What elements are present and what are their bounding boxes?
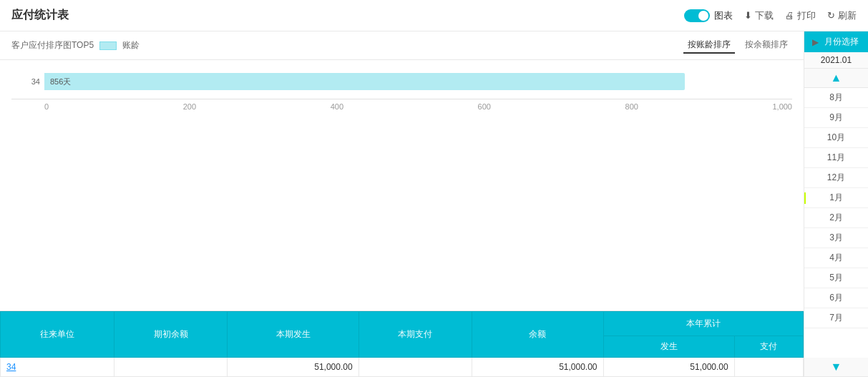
sidebar-item-sep[interactable]: 9月 [804,108,868,128]
download-icon: ⬇ [744,10,752,21]
td-ytd-pay [734,358,803,377]
th-balance: 余额 [472,312,603,358]
th-opening: 期初余额 [114,312,228,358]
x-tick-1000: 1,000 [772,102,792,111]
th-current-pay: 本期支付 [359,312,472,358]
chart-header: 客户应付排序图TOP5 账龄 按账龄排序 按余额排序 [0,31,804,60]
th-current-occ: 本期发生 [228,312,359,358]
x-axis: 0 200 400 600 800 1,000 [11,99,792,114]
legend-box [99,41,117,50]
chart-area: 客户应付排序图TOP5 账龄 按账龄排序 按余额排序 34 856天 [0,31,804,377]
legend-box-label: 账龄 [122,39,140,52]
sidebar-item-apr[interactable]: 4月 [804,248,868,268]
main-content: 客户应付排序图TOP5 账龄 按账龄排序 按余额排序 34 856天 [0,31,868,377]
table-area: 往来单位 期初余额 本期发生 本期支付 余额 本年累计 发生 支付 [0,310,804,377]
refresh-icon: ↻ [827,10,835,21]
chart-bar-label-34: 34 [11,77,40,86]
sidebar-date-display[interactable]: 2021.01 [804,52,868,69]
sort-by-balance-button[interactable]: 按账龄排序 [683,37,735,54]
chart-bar: 856天 [44,73,685,90]
sidebar-up-button[interactable]: ▲ [804,69,868,88]
chart-toggle[interactable] [684,9,710,22]
td-current-occ: 51,000.00 [228,358,359,377]
x-tick-800: 800 [625,102,638,111]
td-opening [114,358,228,377]
td-current-pay [359,358,472,377]
th-ytd-occ: 发生 [603,336,734,358]
th-unit: 往来单位 [1,312,114,358]
sidebar-title: 月份选择 [824,36,859,48]
header: 应付统计表 图表 ⬇ 下载 🖨 打印 ↻ 刷新 [0,0,868,31]
sidebar-item-dec[interactable]: 12月 [804,168,868,188]
print-button[interactable]: 🖨 打印 [785,9,816,22]
header-actions: 图表 ⬇ 下载 🖨 打印 ↻ 刷新 [684,9,857,22]
chart-bar-value-label: 856天 [50,77,71,87]
download-label: 下载 [755,9,774,22]
sidebar-item-mar[interactable]: 3月 [804,228,868,248]
chart-legend: 客户应付排序图TOP5 账龄 [11,39,140,52]
sidebar-down-button[interactable]: ▼ [804,358,868,377]
table-wrapper: 往来单位 期初余额 本期发生 本期支付 余额 本年累计 发生 支付 [0,311,804,377]
chart-sort-buttons: 按账龄排序 按余额排序 [683,37,792,54]
sidebar-item-feb[interactable]: 2月 [804,208,868,228]
td-ytd-occ: 51,000.00 [603,358,734,377]
sidebar-toggle-icon[interactable]: ▶ [810,37,820,47]
download-button[interactable]: ⬇ 下载 [744,9,774,22]
chart-canvas: 34 856天 0 200 400 600 800 1,000 [0,60,804,310]
x-tick-200: 200 [183,102,196,111]
sidebar-item-jan[interactable]: 1月 [804,188,868,208]
sidebar-item-jun[interactable]: 6月 [804,288,868,308]
year-marker-2023: 2023 [804,192,806,204]
sidebar-item-oct[interactable]: 10月 [804,128,868,148]
sidebar-item-nov[interactable]: 11月 [804,148,868,168]
x-tick-600: 600 [478,102,491,111]
chart-toggle-label: 图表 [714,9,733,22]
refresh-button[interactable]: ↻ 刷新 [827,9,857,22]
legend-label: 客户应付排序图TOP5 [11,39,94,52]
print-label: 打印 [797,9,816,22]
chart-bar-row: 34 856天 [11,67,792,96]
sort-by-amount-button[interactable]: 按余额排序 [741,37,792,54]
sidebar-item-may[interactable]: 5月 [804,268,868,288]
chart-toggle-wrap[interactable]: 图表 [684,9,733,22]
page-wrapper: 应付统计表 图表 ⬇ 下载 🖨 打印 ↻ 刷新 [0,0,868,377]
chart-bar-container: 856天 [44,73,792,90]
sidebar-item-jan-wrap: 2023 1月 [804,188,868,208]
th-ytd-pay: 支付 [734,336,803,358]
x-tick-400: 400 [331,102,343,111]
refresh-label: 刷新 [838,9,857,22]
sidebar-header: ▶ 月份选择 [804,31,868,52]
sidebar-item-aug[interactable]: 8月 [804,88,868,108]
td-unit[interactable]: 34 [1,358,114,377]
data-table: 往来单位 期初余额 本期发生 本期支付 余额 本年累计 发生 支付 [0,311,804,377]
print-icon: 🖨 [785,10,794,21]
sidebar-month-list: 8月 9月 10月 11月 12月 2023 1月 2月 3月 4月 5月 6月… [804,88,868,358]
sidebar: ▶ 月份选择 2021.01 ▲ 8月 9月 10月 11月 12月 2023 … [804,31,868,377]
td-balance: 51,000.00 [472,358,603,377]
th-ytd: 本年累计 [603,312,803,336]
x-tick-0: 0 [44,102,49,111]
table-row: 34 51,000.00 51,000.00 51,000.00 [1,358,804,377]
sidebar-item-jul[interactable]: 7月 [804,308,868,328]
page-title: 应付统计表 [11,8,69,23]
